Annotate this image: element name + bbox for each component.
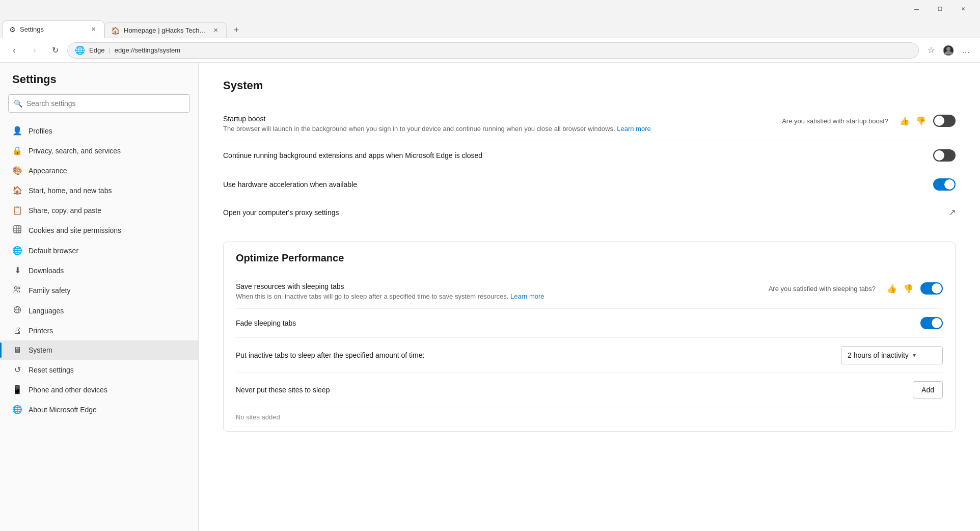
window-controls: — ☐ ✕ [905,0,975,18]
ghacks-tab-close[interactable]: ✕ [211,26,220,35]
add-site-button[interactable]: Add [913,381,943,399]
close-button[interactable]: ✕ [951,0,975,18]
back-button[interactable]: ‹ [6,42,22,59]
sidebar-item-cookies[interactable]: Cookies and site permissions [0,220,198,241]
sidebar-item-label: About Microsoft Edge [29,406,97,414]
favorites-button[interactable]: ☆ [923,42,939,59]
never-sleep-controls: Add [913,381,943,399]
sleeping-tabs-toggle[interactable] [920,282,943,295]
sidebar-item-family-safety[interactable]: Family safety [0,280,198,301]
fade-sleeping-tabs-label: Fade sleeping tabs [236,319,912,327]
sidebar-item-downloads[interactable]: ⬇ Downloads [0,260,198,280]
system-icon: 🖥 [12,346,22,355]
profile-button[interactable] [940,42,957,59]
inactive-sleep-dropdown[interactable]: 2 hours of inactivity ▾ [841,346,943,364]
sidebar-item-label: Profiles [29,127,52,135]
privacy-icon: 🔒 [12,146,22,155]
sleeping-tabs-learn-more[interactable]: Learn more [510,293,544,300]
fade-sleeping-tabs-toggle[interactable] [920,317,943,329]
forward-button[interactable]: › [26,42,43,59]
sleeping-tabs-thumbdown[interactable]: 👎 [902,283,914,295]
sleeping-tabs-controls: Are you satisfied with sleeping tabs? 👍 … [769,282,943,295]
sidebar-item-about[interactable]: 🌐 About Microsoft Edge [0,400,198,419]
startup-boost-feedback-btns: 👍 👎 [899,115,927,127]
content-area: System Startup boost The browser will la… [199,63,980,531]
svg-point-1 [946,47,950,51]
hardware-acceleration-controls [933,178,956,191]
default-browser-icon: 🌐 [12,246,22,255]
sidebar-item-profiles[interactable]: 👤 Profiles [0,121,198,141]
sidebar-item-appearance[interactable]: 🎨 Appearance [0,161,198,180]
tab-settings[interactable]: ⚙ Settings ✕ [3,20,104,38]
sidebar-item-share-copy[interactable]: 📋 Share, copy, and paste [0,200,198,220]
menu-button[interactable]: … [958,42,974,59]
maximize-button[interactable]: ☐ [928,0,951,18]
hardware-acceleration-toggle[interactable] [933,178,956,191]
sidebar-item-system[interactable]: 🖥 System [0,340,198,360]
sidebar-item-default-browser[interactable]: 🌐 Default browser [0,241,198,260]
no-sites-text: No sites added [236,407,943,421]
never-sleep-row: Never put these sites to sleep Add [236,373,943,407]
sidebar-item-printers[interactable]: 🖨 Printers [0,321,198,340]
downloads-icon: ⬇ [12,266,22,275]
proxy-settings-label: Open your computer's proxy settings [223,208,941,217]
sidebar-item-label: Start, home, and new tabs [29,187,112,195]
sleeping-tabs-row: Save resources with sleeping tabs When t… [236,274,943,309]
never-sleep-info: Never put these sites to sleep [236,386,905,394]
sidebar-item-label: Reset settings [29,366,74,374]
search-icon: 🔍 [14,99,22,108]
startup-boost-thumbdown[interactable]: 👎 [915,115,927,127]
fade-sleeping-tabs-controls [920,317,943,329]
settings-tab-close[interactable]: ✕ [89,25,98,34]
minimize-button[interactable]: — [905,0,928,18]
background-extensions-toggle[interactable] [933,149,956,162]
sidebar-item-privacy[interactable]: 🔒 Privacy, search, and services [0,141,198,161]
search-box[interactable]: 🔍 [8,94,190,113]
inactive-sleep-controls: 2 hours of inactivity ▾ [841,346,943,364]
svg-point-7 [15,287,17,289]
dropdown-arrow-icon: ▾ [913,352,916,359]
browser-name: Edge [89,46,104,54]
never-sleep-label: Never put these sites to sleep [236,386,905,394]
startup-boost-thumbup[interactable]: 👍 [899,115,911,127]
ghacks-tab-icon: 🏠 [111,26,120,35]
tab-bar: ⚙ Settings ✕ 🏠 Homepage | gHacks Technol… [0,18,980,38]
browser-icon: 🌐 [75,45,85,55]
sleeping-tabs-info: Save resources with sleeping tabs When t… [236,282,760,300]
search-input[interactable] [26,99,184,108]
sidebar-item-label: Family safety [29,286,70,295]
background-extensions-label: Continue running background extensions a… [223,151,925,160]
sidebar-item-start-home[interactable]: 🏠 Start, home, and new tabs [0,180,198,200]
svg-rect-2 [14,226,21,233]
fade-sleeping-tabs-info: Fade sleeping tabs [236,319,912,327]
background-extensions-controls [933,149,956,162]
sidebar-item-reset[interactable]: ↺ Reset settings [0,360,198,380]
address-field[interactable]: 🌐 Edge | edge://settings/system [67,42,919,59]
sidebar-item-label: Languages [29,307,64,315]
startup-boost-toggle[interactable] [933,115,956,127]
tab-ghacks[interactable]: 🏠 Homepage | gHacks Technology ✕ [104,22,227,38]
startup-boost-desc: The browser will launch in the backgroun… [223,125,774,132]
sidebar-item-phone[interactable]: 📱 Phone and other devices [0,380,198,400]
startup-boost-label: Startup boost [223,115,774,123]
system-top-section: Startup boost The browser will launch in… [223,107,956,225]
startup-boost-learn-more[interactable]: Learn more [617,125,650,132]
sidebar-item-label: Privacy, search, and services [29,147,121,155]
refresh-button[interactable]: ↻ [47,42,63,59]
sleeping-tabs-desc: When this is on, inactive tabs will go t… [236,293,760,300]
settings-tab-title: Settings [20,25,85,33]
printers-icon: 🖨 [12,326,22,335]
titlebar: — ☐ ✕ [0,0,980,18]
proxy-settings-link-icon[interactable]: ↗ [949,207,956,217]
sidebar: Settings 🔍 👤 Profiles 🔒 Privacy, search,… [0,63,199,531]
fade-sleeping-tabs-row: Fade sleeping tabs [236,309,943,338]
sidebar-item-label: Default browser [29,247,78,255]
startup-boost-row: Startup boost The browser will launch in… [223,107,956,141]
sleeping-tabs-thumbup[interactable]: 👍 [886,283,898,295]
main-layout: Settings 🔍 👤 Profiles 🔒 Privacy, search,… [0,63,980,531]
sidebar-item-languages[interactable]: Languages [0,301,198,321]
background-extensions-row: Continue running background extensions a… [223,141,956,170]
add-tab-button[interactable]: + [229,22,244,38]
url-text: edge://settings/system [115,46,911,54]
cookies-icon [12,225,22,235]
